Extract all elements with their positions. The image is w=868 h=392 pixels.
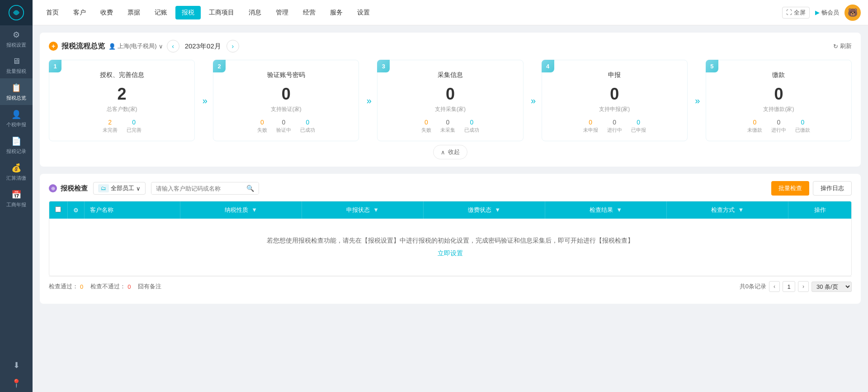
- stat-incomplete[interactable]: 2 未完善: [103, 119, 118, 134]
- check-table-container: ⚙ 客户名称 纳税性质 ▼ 申报状态 ▼: [49, 201, 852, 276]
- sidebar-item-tax-settings[interactable]: ⚙ 报税设置: [0, 25, 33, 52]
- add-icon: +: [49, 42, 58, 51]
- refresh-button[interactable]: ↻ 刷新: [833, 42, 852, 50]
- empty-row: 若您想使用报税检查功能，请先在【报税设置】中进行报税的初始化设置，完成密码验证和…: [49, 219, 851, 276]
- tax-overview-icon: 📋: [11, 83, 21, 93]
- next-page-button[interactable]: ›: [798, 281, 809, 292]
- nav-invoice[interactable]: 票据: [121, 6, 146, 19]
- fullscreen-button[interactable]: ⛶ 全屏: [782, 7, 810, 19]
- step-number-5: 5: [706, 60, 718, 72]
- sidebar-bottom: ⬇ 📍: [0, 356, 33, 392]
- step-title-4: 申报: [549, 67, 680, 79]
- sidebar-item-annual-report[interactable]: 📅 工商年报: [0, 185, 33, 212]
- filter-icon-tax-type: ▼: [251, 206, 257, 213]
- stat-processing-4[interactable]: 0 进行中: [607, 119, 622, 134]
- column-payment-status[interactable]: 缴费状态 ▼: [423, 201, 545, 219]
- stat-paid-5[interactable]: 0 已缴款: [795, 119, 810, 134]
- check-table: ⚙ 客户名称 纳税性质 ▼ 申报状态 ▼: [49, 201, 851, 276]
- stat-uncollected-3[interactable]: 0 未采集: [440, 119, 455, 134]
- step-stats-1: 2 未完善 0 已完善: [57, 119, 187, 134]
- stat-value-complete: 0: [132, 119, 136, 126]
- stat-value-processing-5: 0: [777, 119, 781, 126]
- sidebar: ⚙ 报税设置 🖥 批量报税 📋 报税总览 👤 个税申报 📄 报税记录 💰 汇算清…: [0, 0, 33, 392]
- column-check-result[interactable]: 检查结果 ▼: [545, 201, 666, 219]
- step-subtitle-5: 支持缴款(家): [713, 105, 844, 113]
- forward-arrow-icon-2: »: [367, 96, 370, 106]
- stat-processing-5[interactable]: 0 进行中: [771, 119, 786, 134]
- nav-fee[interactable]: 收费: [94, 6, 119, 19]
- location-person-icon: 👤: [108, 43, 116, 50]
- column-customer: 客户名称: [84, 201, 180, 219]
- empty-message: 若您想使用报税检查功能，请先在【报税设置】中进行报税的初始化设置，完成密码验证和…: [49, 219, 851, 276]
- stat-label-verifying-2: 验证中: [276, 127, 291, 134]
- sidebar-item-personal-tax[interactable]: 👤 个税申报: [0, 105, 33, 132]
- column-check-method[interactable]: 检查方式 ▼: [667, 201, 788, 219]
- filter-icon-check-result: ▼: [616, 206, 622, 213]
- stat-verifying-2[interactable]: 0 验证中: [276, 119, 291, 134]
- operation-log-button[interactable]: 操作日志: [813, 181, 852, 196]
- sidebar-item-tax-record[interactable]: 📄 报税记录: [0, 132, 33, 158]
- select-all-checkbox-cell[interactable]: [49, 201, 67, 219]
- stat-declared-4[interactable]: 0 已申报: [631, 119, 646, 134]
- nav-home[interactable]: 首页: [40, 6, 65, 19]
- batch-check-button[interactable]: 批量检查: [771, 181, 809, 196]
- settings-cell[interactable]: ⚙: [67, 201, 84, 219]
- filter-icon-declare: ▼: [373, 206, 379, 213]
- step-count-4: 0: [549, 85, 680, 104]
- forward-arrow-icon-3: »: [531, 96, 534, 106]
- nav-service[interactable]: 服务: [324, 6, 349, 19]
- sidebar-download[interactable]: ⬇: [0, 356, 33, 374]
- search-box: 🔍: [151, 182, 259, 195]
- stat-complete[interactable]: 0 已完善: [127, 119, 142, 134]
- annual-report-icon: 📅: [11, 190, 21, 200]
- stat-unpaid-5[interactable]: 0 未缴款: [747, 119, 762, 134]
- step-title-2: 验证账号密码: [221, 67, 351, 79]
- stat-label-incomplete: 未完善: [103, 127, 118, 134]
- stat-success-2[interactable]: 0 已成功: [300, 119, 315, 134]
- page-current-input[interactable]: [783, 281, 795, 292]
- content-area: + 报税流程总览 👤 上海(电子税局) ∨ ‹ 2023年02月 › ↻ 刷新: [33, 25, 868, 392]
- search-button[interactable]: 🔍: [242, 182, 259, 194]
- step-count-3: 0: [385, 85, 515, 104]
- nav-tax[interactable]: 报税: [175, 6, 201, 19]
- stat-fail-2[interactable]: 0 失败: [257, 119, 267, 134]
- page-size-select[interactable]: 30 条/页 50 条/页 100 条/页: [811, 282, 852, 292]
- flow-steps: 1 授权、完善信息 2 总客户数(家) 2 未完善 0 已完善: [49, 60, 852, 141]
- nav-management[interactable]: 管理: [269, 6, 295, 19]
- setup-link[interactable]: 立即设置: [67, 249, 833, 258]
- column-tax-type[interactable]: 纳税性质 ▼: [180, 201, 302, 219]
- stat-fail-3[interactable]: 0 失败: [421, 119, 431, 134]
- arrow-3-4: »: [524, 60, 542, 141]
- sidebar-location[interactable]: 📍: [0, 374, 33, 392]
- nav-accounting[interactable]: 记账: [148, 6, 174, 19]
- nav-operation[interactable]: 经营: [297, 6, 322, 19]
- collapse-button[interactable]: ∧ 收起: [433, 145, 467, 159]
- nav-message[interactable]: 消息: [242, 6, 268, 19]
- fail-stat: 检查不通过： 0: [90, 282, 131, 291]
- sidebar-item-tax-overview[interactable]: 📋 报税总览: [0, 78, 33, 105]
- stat-success-3[interactable]: 0 已成功: [464, 119, 479, 134]
- arrow-2-3: »: [359, 60, 377, 141]
- vip-button[interactable]: ▶ 畅会员: [815, 9, 839, 17]
- location-selector[interactable]: 👤 上海(电子税局) ∨: [108, 42, 163, 50]
- prev-month-button[interactable]: ‹: [167, 40, 179, 53]
- sidebar-item-batch-tax[interactable]: 🖥 批量报税: [0, 52, 33, 78]
- next-month-button[interactable]: ›: [226, 40, 239, 53]
- column-declare-status[interactable]: 申报状态 ▼: [302, 201, 423, 219]
- employee-selector[interactable]: 🗂 全部员工 ∨: [93, 182, 146, 195]
- location-icon: 📍: [11, 378, 21, 388]
- pass-count[interactable]: 0: [80, 283, 83, 290]
- header-right-buttons: 批量检查 操作日志: [771, 181, 852, 196]
- select-all-checkbox[interactable]: [55, 206, 61, 212]
- stat-undeclared-4[interactable]: 0 未申报: [583, 119, 598, 134]
- sidebar-item-settlement[interactable]: 💰 汇算清缴: [0, 158, 33, 185]
- nav-client[interactable]: 客户: [67, 6, 92, 19]
- step-stats-5: 0 未缴款 0 进行中 0 已缴款: [713, 119, 844, 134]
- search-input[interactable]: [151, 183, 242, 194]
- fullscreen-icon: ⛶: [786, 9, 792, 16]
- nav-business[interactable]: 工商项目: [203, 6, 241, 19]
- fail-count[interactable]: 0: [127, 283, 131, 290]
- nav-settings[interactable]: 设置: [351, 6, 376, 19]
- stat-value-verifying-2: 0: [282, 119, 285, 126]
- prev-page-button[interactable]: ‹: [769, 281, 780, 292]
